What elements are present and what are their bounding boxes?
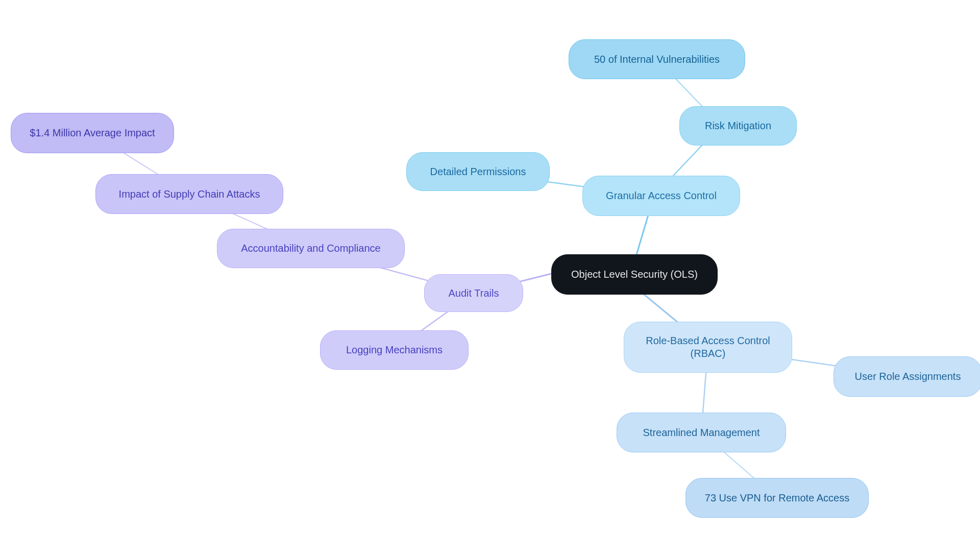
node-label: 50 of Internal Vulnerabilities: [594, 53, 720, 66]
node-rbac[interactable]: Role-Based Access Control (RBAC): [624, 322, 792, 373]
node-label: 73 Use VPN for Remote Access: [705, 492, 849, 504]
node-label: Logging Mechanisms: [346, 344, 443, 356]
node-label: Risk Mitigation: [705, 119, 771, 132]
node-supply-chain[interactable]: Impact of Supply Chain Attacks: [95, 174, 283, 214]
node-impact[interactable]: $1.4 Million Average Impact: [11, 113, 174, 153]
node-logging-mechanisms[interactable]: Logging Mechanisms: [320, 330, 469, 370]
node-label: Role-Based Access Control (RBAC): [638, 334, 778, 360]
node-label: Detailed Permissions: [430, 165, 526, 178]
node-label: Accountability and Compliance: [241, 242, 381, 255]
diagram-canvas: Object Level Security (OLS) Audit Trails…: [0, 0, 980, 553]
root-label: Object Level Security (OLS): [571, 268, 698, 281]
node-label: $1.4 Million Average Impact: [30, 127, 155, 139]
node-accountability[interactable]: Accountability and Compliance: [217, 229, 405, 268]
node-label: Audit Trails: [449, 287, 499, 300]
node-detailed-permissions[interactable]: Detailed Permissions: [406, 152, 550, 191]
node-label: Streamlined Management: [643, 426, 760, 439]
node-audit-trails[interactable]: Audit Trails: [424, 274, 523, 312]
node-label: User Role Assignments: [855, 370, 961, 383]
node-user-role[interactable]: User Role Assignments: [834, 356, 980, 397]
node-granular[interactable]: Granular Access Control: [582, 176, 740, 216]
node-streamlined-management[interactable]: Streamlined Management: [617, 413, 786, 452]
node-vpn[interactable]: 73 Use VPN for Remote Access: [685, 478, 869, 518]
node-label: Impact of Supply Chain Attacks: [119, 188, 260, 201]
node-risk-mitigation[interactable]: Risk Mitigation: [679, 106, 797, 146]
node-internal-vuln[interactable]: 50 of Internal Vulnerabilities: [569, 39, 745, 79]
node-label: Granular Access Control: [606, 189, 717, 202]
root-node[interactable]: Object Level Security (OLS): [551, 254, 718, 295]
